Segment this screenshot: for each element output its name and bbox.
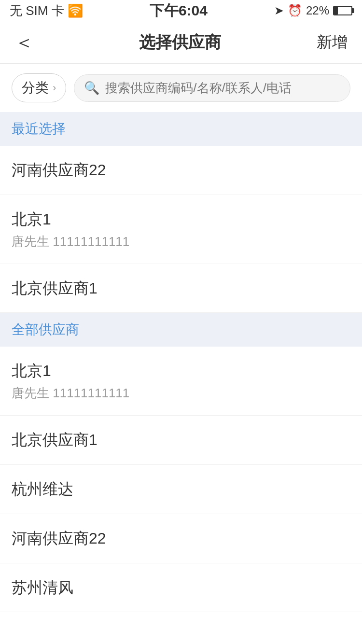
category-button[interactable]: 分类 › [12, 73, 66, 102]
battery-percent: 22% [306, 4, 329, 17]
chevron-right-icon: › [53, 82, 56, 94]
recent-section-label: 最近选择 [12, 121, 66, 136]
item-name: 北京供应商1 [12, 429, 350, 451]
all-list-item[interactable]: 苏州清风 [0, 563, 362, 613]
search-icon: 🔍 [84, 81, 99, 96]
recent-list-item[interactable]: 北京1唐先生 11111111111 [0, 195, 362, 264]
item-contact: 唐先生 11111111111 [12, 385, 350, 402]
all-list: 北京1唐先生 11111111111北京供应商1杭州维达河南供应商22苏州清风 [0, 347, 362, 612]
item-name: 杭州维达 [12, 478, 350, 500]
status-right: ➤ ⏰ 22% [274, 4, 352, 17]
item-name: 北京1 [12, 209, 350, 230]
alarm-icon: ⏰ [288, 4, 302, 17]
page-title: 选择供应商 [139, 31, 221, 54]
nav-bar: ＜ 选择供应商 新增 [0, 21, 362, 64]
recent-list-item[interactable]: 河南供应商22 [0, 146, 362, 195]
item-name: 北京供应商1 [12, 278, 350, 299]
status-bar: 无 SIM 卡 🛜 下午6:04 ➤ ⏰ 22% [0, 0, 362, 21]
all-list-item[interactable]: 河南供应商22 [0, 514, 362, 563]
all-list-item[interactable]: 杭州维达 [0, 465, 362, 514]
item-contact: 唐先生 11111111111 [12, 233, 350, 250]
location-icon: ➤ [274, 4, 284, 17]
recent-list: 河南供应商22北京1唐先生 11111111111北京供应商1 [0, 146, 362, 313]
back-button[interactable]: ＜ [14, 29, 43, 56]
item-name: 河南供应商22 [12, 528, 350, 549]
item-name: 苏州清风 [12, 577, 350, 599]
all-list-item[interactable]: 北京供应商1 [0, 416, 362, 465]
status-time: 下午6:04 [150, 1, 208, 21]
recent-section-header: 最近选择 [0, 112, 362, 146]
search-input[interactable] [105, 81, 340, 96]
battery-icon [333, 6, 352, 15]
all-section-label: 全部供应商 [12, 322, 79, 337]
sim-indicator: 无 SIM 卡 🛜 [10, 2, 83, 19]
filter-bar: 分类 › 🔍 [0, 64, 362, 112]
search-box: 🔍 [74, 74, 350, 102]
item-name: 北京1 [12, 360, 350, 382]
category-label: 分类 [22, 79, 49, 97]
status-left: 无 SIM 卡 🛜 [10, 2, 83, 19]
add-new-button[interactable]: 新增 [317, 32, 348, 53]
all-section-header: 全部供应商 [0, 313, 362, 347]
recent-list-item[interactable]: 北京供应商1 [0, 264, 362, 313]
item-name: 河南供应商22 [12, 159, 350, 181]
all-list-item[interactable]: 北京1唐先生 11111111111 [0, 347, 362, 416]
